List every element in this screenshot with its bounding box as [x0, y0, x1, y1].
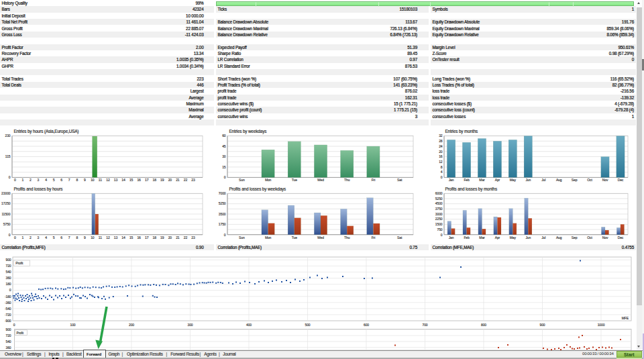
svg-text:2: 2	[30, 178, 32, 182]
svg-text:Sun: Sun	[239, 178, 245, 182]
svg-text:Sep: Sep	[572, 178, 578, 182]
svg-text:14: 14	[121, 236, 125, 240]
svg-text:0: 0	[13, 323, 15, 327]
svg-text:21: 21	[176, 236, 180, 240]
svg-text:Mar: Mar	[479, 178, 485, 182]
svg-text:Fri: Fri	[372, 236, 376, 240]
svg-text:16: 16	[439, 154, 443, 158]
svg-text:6: 6	[60, 236, 62, 240]
svg-text:Aug: Aug	[556, 236, 562, 240]
svg-text:19: 19	[160, 178, 164, 182]
svg-text:Wed: Wed	[317, 178, 324, 182]
svg-text:Dec: Dec	[618, 236, 624, 240]
svg-text:15: 15	[129, 178, 133, 182]
svg-text:Tue: Tue	[292, 236, 297, 240]
svg-text:6: 6	[60, 178, 62, 182]
svg-text:32: 32	[439, 134, 443, 138]
svg-text:-540: -540	[5, 307, 11, 311]
svg-text:Apr: Apr	[495, 178, 500, 182]
svg-text:Jul: Jul	[541, 178, 545, 182]
svg-text:3: 3	[38, 236, 40, 240]
svg-text:18: 18	[153, 236, 157, 240]
svg-text:0: 0	[224, 233, 226, 237]
svg-text:23: 23	[191, 178, 195, 182]
svg-text:8: 8	[76, 178, 78, 182]
svg-text:13: 13	[114, 236, 118, 240]
svg-text:1: 1	[22, 178, 24, 182]
svg-text:500: 500	[305, 323, 310, 327]
svg-text:Profit: Profit	[15, 261, 23, 265]
svg-text:400: 400	[246, 323, 252, 327]
svg-text:Feb: Feb	[464, 236, 470, 240]
svg-text:Wed: Wed	[317, 236, 324, 240]
svg-text:Nov: Nov	[602, 236, 608, 240]
svg-text:11: 11	[99, 236, 102, 240]
svg-text:750: 750	[437, 227, 442, 232]
svg-text:Thu: Thu	[344, 178, 350, 182]
svg-text:7000: 7000	[219, 191, 226, 195]
svg-text:115: 115	[5, 154, 11, 158]
svg-text:Profits and losses by months: Profits and losses by months	[445, 187, 498, 192]
svg-text:100: 100	[70, 323, 75, 327]
svg-text:180: 180	[5, 282, 11, 286]
svg-text:19: 19	[160, 236, 164, 240]
svg-text:Oct: Oct	[587, 236, 592, 240]
svg-text:Entries by months: Entries by months	[445, 129, 478, 134]
svg-text:300: 300	[187, 323, 193, 327]
svg-text:-900: -900	[5, 319, 11, 323]
svg-text:Thu: Thu	[344, 236, 350, 240]
svg-text:9: 9	[84, 178, 86, 182]
svg-text:1500: 1500	[435, 222, 443, 226]
svg-text:4500: 4500	[435, 201, 443, 205]
svg-text:22: 22	[184, 236, 188, 240]
svg-text:11: 11	[99, 178, 102, 182]
svg-text:Nov: Nov	[602, 178, 608, 182]
svg-text:Profit: Profit	[17, 331, 24, 335]
svg-text:360: 360	[5, 346, 11, 350]
svg-text:Sun: Sun	[239, 236, 245, 240]
svg-text:3: 3	[38, 178, 40, 182]
svg-text:Mar: Mar	[479, 236, 485, 240]
svg-text:May: May	[510, 236, 517, 240]
svg-text:1000: 1000	[598, 323, 605, 327]
svg-text:4: 4	[45, 236, 47, 240]
svg-text:Sat: Sat	[397, 178, 402, 182]
svg-text:Aug: Aug	[556, 178, 562, 182]
svg-text:0: 0	[441, 175, 443, 179]
svg-text:12: 12	[439, 160, 443, 164]
svg-text:Jun: Jun	[525, 178, 531, 182]
svg-text:21: 21	[176, 178, 180, 182]
svg-text:17250: 17250	[1, 201, 11, 205]
svg-text:17: 17	[145, 236, 149, 240]
svg-text:Entries by weekdays: Entries by weekdays	[229, 129, 267, 134]
svg-text:10: 10	[91, 178, 95, 182]
svg-text:20: 20	[168, 178, 172, 182]
svg-text:7: 7	[68, 178, 70, 182]
svg-text:5750: 5750	[3, 222, 11, 226]
svg-text:Tue: Tue	[292, 178, 297, 182]
svg-text:May: May	[510, 178, 517, 182]
svg-text:22: 22	[184, 178, 188, 182]
svg-text:12: 12	[106, 178, 110, 182]
svg-text:Sep: Sep	[572, 236, 578, 240]
svg-text:60: 60	[222, 134, 226, 138]
svg-text:Jan: Jan	[449, 236, 454, 240]
svg-text:Dec: Dec	[618, 178, 624, 182]
svg-text:0: 0	[14, 178, 16, 182]
svg-text:5: 5	[53, 178, 55, 182]
svg-text:800: 800	[481, 323, 486, 327]
svg-text:200: 200	[129, 323, 134, 327]
svg-text:1: 1	[22, 236, 24, 240]
svg-text:Profits and losses by hours: Profits and losses by hours	[14, 187, 63, 192]
svg-text:24: 24	[439, 144, 443, 148]
svg-text:28: 28	[439, 139, 443, 143]
svg-text:16: 16	[137, 178, 141, 182]
svg-text:45: 45	[222, 144, 226, 148]
svg-text:900: 900	[5, 327, 11, 331]
svg-text:10: 10	[91, 236, 95, 240]
svg-text:5250: 5250	[435, 197, 443, 201]
svg-text:8: 8	[76, 236, 78, 240]
svg-text:Mon: Mon	[265, 178, 272, 182]
svg-text:700: 700	[422, 323, 427, 327]
svg-text:600: 600	[364, 323, 369, 327]
